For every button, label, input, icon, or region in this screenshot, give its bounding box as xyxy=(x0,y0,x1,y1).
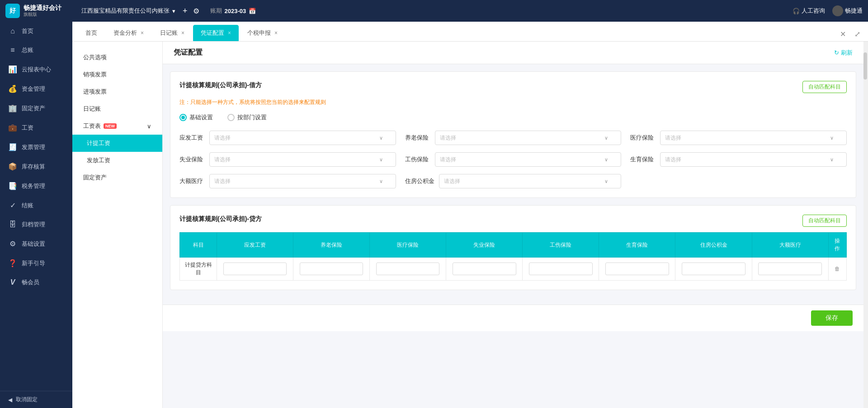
company-selector[interactable]: 江西服宝精品有限责任公司内账张 ▾ xyxy=(81,7,175,15)
select-yiliao[interactable]: 请选择 ∨ xyxy=(660,131,847,145)
tab-bar: 首页 资金分析 × 日记账 × 凭证配置 × 个税申报 × ✕ ⤢ xyxy=(72,22,868,42)
left-nav-journal[interactable]: 日记账 xyxy=(72,100,162,117)
cancel-pin-btn[interactable]: ◀ 取消固定 xyxy=(0,391,72,408)
left-nav-public[interactable]: 公共选项 xyxy=(72,49,162,66)
sidebar-item-tax[interactable]: 📑 税务管理 xyxy=(0,176,72,196)
select-daejiliao[interactable]: 请选择 ∨ xyxy=(209,174,396,188)
debit-section-header: 计提核算规则(公司承担)-借方 自动匹配科目 xyxy=(179,81,847,93)
input-shiye[interactable] xyxy=(453,263,516,275)
sidebar-item-inventory[interactable]: 📦 库存核算 xyxy=(0,157,72,176)
select-shiye[interactable]: 请选择 ∨ xyxy=(209,152,396,167)
left-nav-purchase[interactable]: 进项发票 xyxy=(72,83,162,100)
main-content: 凭证配置 ↻ 刷新 计提核算规则(公司承担)-借方 自动匹配科目 注：只能选 xyxy=(163,42,863,408)
vip-icon: V xyxy=(8,278,17,286)
radio-basic-label: 基础设置 xyxy=(189,113,213,122)
debit-section-note: 注：只能选择一种方式，系统将按照您当前的选择来配置规则 xyxy=(179,98,847,106)
sidebar-item-salary[interactable]: 💼 工资 xyxy=(0,118,72,137)
input-yanglao[interactable] xyxy=(300,263,363,275)
field-yiliao: 医疗保险 请选择 ∨ xyxy=(630,131,847,145)
left-nav-accrual[interactable]: 计提工资 xyxy=(72,135,162,152)
sidebar-item-guide[interactable]: ❓ 新手引导 xyxy=(0,253,72,273)
debit-auto-match-btn[interactable]: 自动匹配科目 xyxy=(802,81,847,93)
credit-section-header: 计提核算规则(公司承担)-贷方 自动匹配科目 xyxy=(179,215,847,227)
left-nav-salary-table[interactable]: 工资表 NEW ∨ xyxy=(72,117,162,135)
credit-table-header-row: 科目 应发工资 养老保险 医疗保险 失业保险 工伤保险 生育保险 住房公积金 大… xyxy=(180,233,847,258)
sidebar-item-vip[interactable]: V 畅会员 xyxy=(0,273,72,292)
input-shengyu[interactable] xyxy=(605,263,669,275)
sidebar-item-funds[interactable]: 💰 资金管理 xyxy=(0,79,72,98)
input-gongshang[interactable] xyxy=(529,263,592,275)
input-yiliao[interactable] xyxy=(376,263,439,275)
col-yiliao: 医疗保险 xyxy=(370,233,446,258)
page-wrapper: 公共选项 销项发票 进项发票 日记账 工资表 NEW ∨ xyxy=(72,42,868,408)
select-shengyu[interactable]: 请选择 ∨ xyxy=(660,152,847,167)
sidebar-item-invoice[interactable]: 🧾 发票管理 xyxy=(0,137,72,157)
input-yifa[interactable] xyxy=(223,263,287,275)
credit-auto-match-btn[interactable]: 自动匹配科目 xyxy=(802,215,847,227)
tab-voucher[interactable]: 凭证配置 × xyxy=(193,25,239,41)
col-yanglao: 养老保险 xyxy=(293,233,370,258)
select-yanglao[interactable]: 请选择 ∨ xyxy=(435,131,622,145)
cancel-pin-label: 取消固定 xyxy=(16,396,38,403)
sidebar-label-ledger: 总账 xyxy=(22,46,33,54)
assets-icon: 🏢 xyxy=(8,104,17,113)
tab-funds[interactable]: 资金分析 × xyxy=(106,25,151,41)
calendar-icon[interactable]: 📅 xyxy=(249,8,256,14)
field-shengyu: 生育保险 请选择 ∨ xyxy=(630,152,847,167)
tab-journal[interactable]: 日记账 × xyxy=(152,25,192,41)
label-yanglao: 养老保险 xyxy=(405,134,430,142)
close-tab-btn[interactable]: ✕ xyxy=(837,28,848,39)
left-nav-fixed-assets-label: 固定资产 xyxy=(83,174,107,182)
period-selector[interactable]: 账期 2023-03 📅 xyxy=(210,7,256,15)
sidebar-item-archive[interactable]: 🗄 归档管理 xyxy=(0,215,72,234)
sidebar-item-home[interactable]: ⌂ 首页 xyxy=(0,22,72,41)
tab-voucher-close[interactable]: × xyxy=(228,30,231,36)
left-nav-salary-table-label: 工资表 xyxy=(83,122,101,130)
maximize-btn[interactable]: ⤢ xyxy=(852,28,863,39)
cell-gongshang xyxy=(523,258,599,281)
avatar-icon xyxy=(832,5,843,16)
left-nav-payout[interactable]: 发放工资 xyxy=(72,152,162,169)
label-yiliao: 医疗保险 xyxy=(630,134,656,142)
sidebar-label-guide: 新手引导 xyxy=(22,259,45,267)
input-gongjijin[interactable] xyxy=(682,263,745,275)
sidebar-label-tax: 税务管理 xyxy=(22,182,45,190)
select-yifa[interactable]: 请选择 ∨ xyxy=(209,131,396,145)
tab-tax-report[interactable]: 个税申报 × xyxy=(240,25,285,41)
label-yifa: 应发工资 xyxy=(179,134,205,142)
input-daejiliao[interactable] xyxy=(758,263,821,275)
refresh-btn[interactable]: ↻ 刷新 xyxy=(834,49,853,57)
logo-text: 畅捷通好会计 xyxy=(24,4,61,12)
tab-tax-report-close[interactable]: × xyxy=(274,30,278,36)
sidebar-item-close[interactable]: ✓ 结账 xyxy=(0,196,72,215)
save-btn[interactable]: 保存 xyxy=(811,310,853,326)
user-avatar[interactable]: 畅捷通 xyxy=(832,5,863,16)
sidebar-item-ledger[interactable]: ≡ 总账 xyxy=(0,41,72,60)
label-shengyu: 生育保险 xyxy=(630,155,656,164)
tab-home[interactable]: 首页 xyxy=(78,25,105,41)
refresh-icon: ↻ xyxy=(834,49,839,56)
tab-funds-close[interactable]: × xyxy=(141,30,144,36)
left-nav-sales[interactable]: 销项发票 xyxy=(72,66,162,83)
sidebar-label-funds: 资金管理 xyxy=(22,85,45,93)
scrollbar-thumb[interactable] xyxy=(863,52,867,80)
radio-basic[interactable]: 基础设置 xyxy=(179,113,213,122)
select-gongjijin[interactable]: 请选择 ∨ xyxy=(439,174,622,188)
guide-icon: ❓ xyxy=(8,259,17,267)
settings-icon[interactable]: ⚙ xyxy=(193,7,199,15)
radio-dept[interactable]: 按部门设置 xyxy=(227,113,267,122)
select-gongshang[interactable]: 请选择 ∨ xyxy=(435,152,622,167)
tab-journal-close[interactable]: × xyxy=(181,30,184,36)
sidebar-item-settings[interactable]: ⚙ 基础设置 xyxy=(0,234,72,253)
delete-icon[interactable]: 🗑 xyxy=(835,266,840,272)
sidebar-item-reports[interactable]: 📊 云报表中心 xyxy=(0,60,72,79)
tab-tax-report-label: 个税申报 xyxy=(247,29,271,37)
select-gongshang-placeholder: 请选择 xyxy=(440,156,456,164)
col-gongjijin: 住房公积金 xyxy=(675,233,752,258)
expand-icon: ∨ xyxy=(147,123,151,130)
add-account-btn[interactable]: + xyxy=(183,6,188,16)
cell-daejiliao xyxy=(752,258,828,281)
left-nav-fixed-assets[interactable]: 固定资产 xyxy=(72,169,162,186)
consult-btn[interactable]: 🎧 人工咨询 xyxy=(793,7,825,15)
sidebar-item-assets[interactable]: 🏢 固定资产 xyxy=(0,98,72,118)
